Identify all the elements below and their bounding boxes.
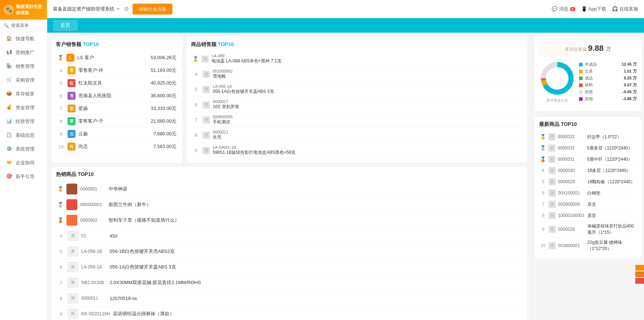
nav-label-sales: 销售管理 [16,63,34,70]
list-item: 7 图 000800008 原圭 [539,199,637,210]
sidebar-item-quicknav[interactable]: 🏠 快捷导航 [0,32,47,46]
home-tab[interactable]: 首页 [53,20,78,31]
logo-line1: 畅捷通好生意 [16,4,42,10]
rank-badge: 云 [68,130,76,138]
nav-label-guide: 新手引导 [16,173,34,180]
customer-amount: 21,680.00元 [151,118,176,124]
table-row: 9 图 LA-59651-1B 59651-1B旋转投影灯电池盒ABS黑色+58… [191,143,523,158]
rank-number: 5 [57,249,65,254]
product-icon: 图 [548,156,555,163]
customer-name: 零售客户-许 [78,67,148,74]
table-row: 🥇 L LS 客户 53,006.26元 [56,52,178,64]
customer-amount: 33,333.00元 [151,105,176,112]
settings-icon[interactable]: ⚙ [124,5,129,12]
table-row: 6 苍 苍南县人民医院 36,600.00元 [56,90,178,102]
product-icon: 图 [203,86,210,93]
product-icon: 图 [549,242,556,249]
product-code: 0000030 [558,168,585,173]
list-item: 6 图 LA-056-1A 056-1A白色按键开关盖ABS 3克 [56,259,523,275]
rank-number: 4 [57,68,65,73]
product-thumbnail: 图 [68,230,78,241]
rank-number: 6 [540,190,546,196]
sidebar-item-system[interactable]: ⚙️ 系统管理 [0,142,47,156]
floating-buttons: 客服热线 服务社区 直播 [635,265,644,284]
sidebar-search[interactable]: 🔍 搜索菜单 [0,20,47,32]
product-icon: 图 [548,144,555,152]
product-name: 封边带（1.0*22） [587,134,636,140]
customer-amount: 51,183.00元 [151,67,176,74]
sidebar-item-sales[interactable]: 🏪 销售管理 [0,60,47,73]
message-icon: 💬 [552,6,558,12]
customer-service-button[interactable]: 客服热线 [635,265,644,271]
sidebar-item-purchase[interactable]: 🛒 采购管理 [0,73,47,87]
table-row: 5 图 LA-056-1A 056-1A白色按键开关盖ABS 3克 [191,82,523,97]
customers-title: 客户销售额 TOP10 [56,41,178,48]
list-item: 9 图 0000028 体碱蔗枝味苏打饮品400毫升（1*15） [539,221,637,238]
right-panel: 库存总资金 9.88 万 [531,33,644,320]
nav-label-basic: 基础信息 [16,132,34,139]
product-info: 001000002 雪地靴 [213,69,521,79]
table-row: 8 零 零售客户-于 21,680.00元 [56,115,178,128]
silver-medal-icon: 🥈 [540,145,546,151]
sidebar: 🐾 畅捷通好生意 标准版 🔍 搜索菜单 🏠 快捷导航📢 营销推广🏪 销售管理🛒 … [0,0,47,320]
rank-number: 7 [540,202,546,207]
nav-icon-system: ⚙️ [6,146,13,152]
message-label: 消息 [559,6,568,12]
sidebar-item-operations[interactable]: 📊 经营管理 [0,115,47,128]
app-download-button[interactable]: 📱 App下载 [581,6,606,12]
nav-label-quicknav: 快捷导航 [16,36,34,42]
inventory-label: 库存总资金 [565,47,587,52]
legend-list: 半成品 12.45 万 文具 1.01 万 成品 0.25 万 材料 0.07 … [579,61,637,102]
sidebar-item-finance[interactable]: 💰 资金管理 [0,101,47,115]
product-name: 原圭 [587,201,636,208]
product-icon: 图 [203,101,210,108]
sidebar-item-marketing[interactable]: 📢 营销推广 [0,46,47,60]
phone-icon: 📱 [581,6,587,12]
product-icon: 图 [549,226,556,233]
trial-button[interactable]: 体验行业方案 [133,4,172,15]
rank-number: 4 [540,168,546,173]
message-button[interactable]: 💬 消息 6 [552,6,575,12]
product-icon: 图 [201,56,209,63]
sidebar-logo: 🐾 畅捷通好生意 标准版 [0,0,47,20]
nav-label-finance: 资金管理 [16,104,34,111]
sidebar-item-inventory[interactable]: 📦 库存核算 [0,87,47,101]
online-service-button[interactable]: 🎧 在线客服 [612,6,638,12]
product-code: 000500001 [80,202,106,207]
service-community-button[interactable]: 服务社区 [635,271,644,277]
legend-item: 成品 0.25 万 [579,75,637,82]
list-item: 🥉 0000002 智利车子里（规格不知道填什么） [56,213,523,228]
gold-medal-icon: 🥇 [57,55,64,61]
product-code: 003800001 [558,243,585,248]
list-item: 9 图 KK-SD22110H 花语萌恒温分蹄裤袜（厚款） [56,306,523,320]
rank-number: 8 [57,119,65,124]
rank-number: 7 [192,117,200,123]
search-label: 搜索菜单 [11,22,29,29]
product-code: 10000100001 [558,213,585,218]
table-row: 9 云 云扬 7,680.00元 [56,128,178,140]
product-name: 白钢垫 [587,190,636,196]
sidebar-item-collab[interactable]: 🤝 企业协同 [0,156,47,170]
product-info: 000800005 手机测试 [213,115,521,125]
list-item: 10 图 003800001 22g鱼豆腐-烧烤味（1*12*20） [539,238,637,254]
rank-number: 5 [57,81,65,86]
product-icon: 图 [549,178,556,185]
rank-badge: 苍 [68,92,76,100]
nav-icon-inventory: 📦 [6,91,13,97]
dropdown-arrow-icon: ▼ [117,7,120,11]
product-name: 原堂 [587,213,636,219]
rank-number: 4 [57,233,65,239]
ai-chat-button[interactable]: 直播 [635,278,644,284]
sidebar-item-guide[interactable]: 🎯 新手引导 [0,170,47,184]
legend-item: 肉类 -0.05 万 [579,89,637,95]
sidebar-item-basic[interactable]: 📋 基础信息 [0,128,47,142]
list-item: 4 图 0000030 18多层（1220*2440） [539,165,637,176]
product-info: 0000021 夹壳 [213,130,521,140]
product-code: 01 [81,233,107,238]
inventory-total: 库存总资金 9.88 万 [539,40,637,57]
product-code: 0000021 [213,130,521,134]
system-selector[interactable]: 装备及固定资产辅助管理系统 ▼ [53,6,120,12]
customer-name: LS 客户 [77,54,148,61]
table-row: 4 零 零售客户-许 51,183.00元 [56,64,178,77]
message-badge: 6 [570,7,575,11]
